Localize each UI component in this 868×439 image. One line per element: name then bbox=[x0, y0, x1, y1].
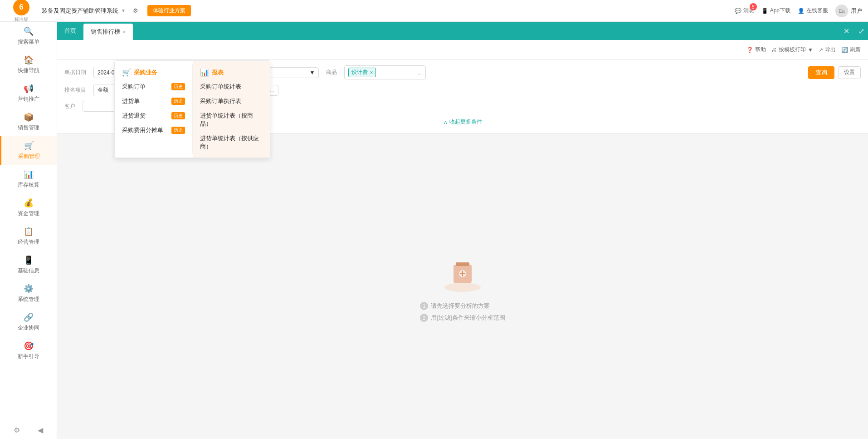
empty-illustration bbox=[440, 251, 485, 296]
history-badge-return: 历史 bbox=[171, 112, 185, 119]
sidebar-settings-button[interactable]: ⚙ bbox=[14, 426, 20, 434]
report-section-title: 📊 报表 bbox=[193, 64, 270, 79]
menu-item-order-exec[interactable]: 采购订单执行表 bbox=[193, 94, 270, 109]
export-label: 导出 bbox=[825, 46, 836, 54]
export-button[interactable]: ↗ 导出 bbox=[819, 46, 836, 54]
rank-label: 排名项目 bbox=[64, 86, 86, 94]
menu-item-incoming-stats-goods[interactable]: 进货单统计表（按商品） bbox=[193, 109, 270, 131]
sidebar-item-search[interactable]: 🔍 搜索菜单 bbox=[0, 22, 57, 50]
marketing-icon: 📢 bbox=[24, 84, 34, 94]
sidebar-label-guide: 新手引导 bbox=[18, 353, 39, 360]
top-bar: 6 标准版 装备及固定资产辅助管理系统 ▼ ⚙ 体验行业方案 💬 消息 5 📱 … bbox=[0, 0, 868, 22]
menu-item-incoming-stats-supplier[interactable]: 进货单统计表（按供应商） bbox=[193, 131, 270, 154]
sidebar-item-operations[interactable]: 📋 经营管理 bbox=[0, 222, 57, 251]
hint-text-1: 请先选择要分析的方案 bbox=[431, 302, 490, 310]
empty-hint-1: 1 请先选择要分析的方案 bbox=[420, 302, 505, 310]
date-label: 单据日期 bbox=[64, 69, 86, 76]
hint-num-1: 1 bbox=[420, 302, 428, 310]
order-exec-label: 采购订单执行表 bbox=[200, 97, 241, 105]
settings-button[interactable]: 设置 bbox=[838, 66, 861, 79]
system-title[interactable]: 装备及固定资产辅助管理系统 ▼ bbox=[42, 7, 126, 15]
logo-area[interactable]: 6 标准版 bbox=[5, 0, 42, 23]
online-service-button[interactable]: 👤 在线客服 bbox=[798, 7, 828, 15]
content-header: ❓ 帮助 🖨 按模板打印 ▼ ↗ 导出 🔄 刷新 bbox=[57, 40, 868, 60]
svg-text:Ea: Ea bbox=[839, 8, 845, 14]
system-icon: ⚙️ bbox=[24, 284, 34, 294]
print-icon: 🖨 bbox=[771, 47, 777, 53]
collapse-icon: ∧ bbox=[444, 119, 448, 125]
guide-icon: 🎯 bbox=[24, 341, 34, 351]
report-section-icon: 📊 bbox=[200, 68, 209, 77]
print-button[interactable]: 🖨 按模板打印 ▼ bbox=[771, 46, 813, 54]
goods-dots[interactable]: ... bbox=[417, 69, 422, 76]
sidebar-item-system[interactable]: ⚙️ 系统管理 bbox=[0, 279, 57, 308]
sidebar-item-quick-nav[interactable]: 🏠 快捷导航 bbox=[0, 50, 57, 79]
sidebar-item-basic-info[interactable]: 📱 基础信息 bbox=[0, 251, 57, 279]
report-section: 📊 报表 采购订单统计表 采购订单执行表 进货单统计表（按商品） 进货单统计表（… bbox=[193, 61, 270, 158]
goods-tag-remove[interactable]: × bbox=[370, 69, 373, 76]
tab-close-icon[interactable]: × bbox=[123, 30, 126, 35]
basic-info-icon: 📱 bbox=[24, 255, 34, 265]
menu-item-return[interactable]: 进货退货 历史 bbox=[115, 109, 192, 123]
tab-home-label: 首页 bbox=[64, 27, 76, 35]
sidebar-item-marketing[interactable]: 📢 营销推广 bbox=[0, 79, 57, 108]
goods-tag[interactable]: 设计费 × bbox=[348, 68, 376, 77]
sidebar-label-basic-info: 基础信息 bbox=[18, 267, 39, 275]
app-download-label: App下载 bbox=[770, 7, 790, 15]
home-icon: 🏠 bbox=[24, 55, 34, 65]
tab-sales-ranking[interactable]: 销售排行榜 × bbox=[83, 24, 133, 40]
salesman-dots[interactable]: ... bbox=[270, 87, 274, 94]
purchase-section-icon: 🛒 bbox=[122, 68, 131, 77]
sidebar-label-purchase: 采购管理 bbox=[18, 153, 40, 160]
query-button[interactable]: 查询 bbox=[808, 66, 834, 79]
sidebar-item-purchase[interactable]: 🛒 采购管理 bbox=[0, 136, 57, 165]
collapse-button[interactable]: ∧ 收起更多条件 bbox=[444, 118, 482, 126]
sidebar-collapse-button[interactable]: ◀ bbox=[38, 426, 43, 434]
sidebar-label-quick-nav: 快捷导航 bbox=[18, 67, 39, 74]
finance-icon: 💰 bbox=[24, 198, 34, 208]
tab-expand-button[interactable]: ⤢ bbox=[855, 27, 868, 35]
help-label: 帮助 bbox=[755, 46, 766, 54]
sidebar-label-enterprise: 企业协同 bbox=[18, 324, 39, 332]
sidebar: 🔍 搜索菜单 🏠 快捷导航 📢 营销推广 📦 销售管理 🛒 采购管 bbox=[0, 22, 57, 439]
tab-home[interactable]: 首页 bbox=[57, 22, 83, 40]
refresh-button[interactable]: 🔄 刷新 bbox=[841, 46, 861, 54]
rank-value: 金额 bbox=[98, 86, 108, 94]
sidebar-label-inventory: 库存核算 bbox=[18, 181, 39, 189]
app-download-button[interactable]: 📱 App下载 bbox=[761, 7, 790, 15]
sidebar-bottom: ⚙ ◀ bbox=[0, 421, 57, 439]
purchase-dropdown-menu: 🛒 采购业务 采购订单 历史 进货单 历史 进货退货 历史 bbox=[114, 60, 270, 158]
main-area: 🔍 搜索菜单 🏠 快捷导航 📢 营销推广 📦 销售管理 🛒 采购管 bbox=[0, 22, 868, 439]
sidebar-label-marketing: 营销推广 bbox=[18, 95, 39, 103]
sidebar-item-finance[interactable]: 💰 资金管理 bbox=[0, 193, 57, 222]
user-area[interactable]: Ea 用户 bbox=[835, 5, 863, 17]
collapse-label: 收起更多条件 bbox=[449, 118, 482, 126]
print-dropdown-icon: ▼ bbox=[808, 47, 813, 53]
sidebar-item-guide[interactable]: 🎯 新手引导 bbox=[0, 336, 57, 365]
sidebar-item-inventory[interactable]: 📊 库存核算 bbox=[0, 165, 57, 193]
menu-item-incoming[interactable]: 进货单 历史 bbox=[115, 94, 192, 109]
incoming-label: 进货单 bbox=[122, 97, 140, 105]
message-icon: 💬 bbox=[735, 8, 741, 14]
inventory-icon: 📊 bbox=[24, 169, 34, 179]
message-button[interactable]: 💬 消息 5 bbox=[735, 7, 754, 15]
enterprise-icon: 🔗 bbox=[24, 312, 34, 322]
menu-item-expense[interactable]: 采购费用分摊单 历史 bbox=[115, 123, 192, 138]
avatar: Ea bbox=[835, 5, 848, 17]
sidebar-item-enterprise[interactable]: 🔗 企业协同 bbox=[0, 308, 57, 336]
sidebar-item-sales[interactable]: 📦 销售管理 bbox=[0, 108, 57, 136]
help-icon: ❓ bbox=[746, 47, 753, 53]
help-button[interactable]: ❓ 帮助 bbox=[746, 46, 766, 54]
refresh-label: 刷新 bbox=[850, 46, 861, 54]
menu-item-order-stats[interactable]: 采购订单统计表 bbox=[193, 79, 270, 94]
incoming-stats-goods-label: 进货单统计表（按商品） bbox=[200, 112, 263, 128]
trial-button[interactable]: 体验行业方案 bbox=[147, 5, 191, 16]
purchase-section: 🛒 采购业务 采购订单 历史 进货单 历史 进货退货 历史 bbox=[115, 61, 192, 158]
svg-rect-6 bbox=[456, 262, 469, 266]
tab-close-all-button[interactable]: ✕ bbox=[838, 27, 855, 35]
tab-bar: 首页 销售排行榜 × ✕ ⤢ bbox=[57, 22, 868, 40]
goods-input[interactable]: 设计费 × ... bbox=[344, 65, 426, 79]
goods-label: 商品 bbox=[326, 69, 337, 76]
settings-icon[interactable]: ⚙ bbox=[129, 5, 142, 17]
menu-item-purchase-order[interactable]: 采购订单 历史 bbox=[115, 79, 192, 94]
